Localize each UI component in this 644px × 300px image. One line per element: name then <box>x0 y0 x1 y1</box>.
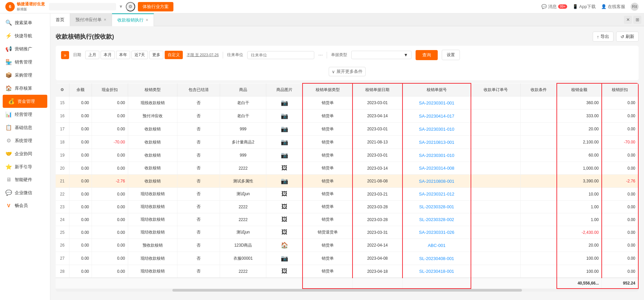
th-cash-discount: 现金折扣 <box>92 83 128 96</box>
money-icon: 💰 <box>8 98 15 104</box>
tab-close-button[interactable]: ✕ <box>624 16 632 24</box>
sidebar-item-guide[interactable]: ⭐ 新手引导 <box>0 160 50 173</box>
sidebar-item-sales[interactable]: 🏪 销售管理 <box>0 55 50 69</box>
filter-expand-arrow[interactable]: » <box>61 51 69 59</box>
tab-receipt[interactable]: 收款核销执行 ✕ <box>112 13 154 26</box>
cell-receipt-cond <box>521 265 557 278</box>
sidebar-item-quick-nav[interactable]: ⚡ 快捷导航 <box>0 29 50 42</box>
bill-no-link[interactable]: SL-20230328-002 <box>419 217 454 222</box>
scrollbar-thumb <box>172 289 522 292</box>
cell-receipt-order <box>471 265 521 278</box>
sidebar-label: 销售管理 <box>15 59 32 65</box>
partner-dots[interactable]: ··· <box>318 52 323 58</box>
sidebar-item-business[interactable]: 📊 经营管理 <box>0 108 50 121</box>
bill-type-select[interactable]: ▼ <box>351 51 412 59</box>
sidebar-item-inventory[interactable]: 🏠 库存核算 <box>0 82 50 95</box>
tab-receipt-close[interactable]: ✕ <box>146 18 148 22</box>
trial-button[interactable]: 体验行业方案 <box>138 2 173 11</box>
tab-prepay[interactable]: 预付冲应付单 ✕ <box>70 13 112 26</box>
breadcrumb-input[interactable] <box>49 3 116 10</box>
cell-receipt-order <box>471 239 521 252</box>
bill-no-link[interactable]: SA-20230301-010 <box>419 127 454 132</box>
cell-bill-type: 销货单 <box>303 252 353 265</box>
bill-no-link[interactable]: SA-20230314-008 <box>419 166 454 171</box>
sidebar-item-hardware[interactable]: 🖥 智能硬件 <box>0 173 50 186</box>
cell-cash-discount: 0.00 <box>92 110 128 123</box>
cell-bill-no: SA-20230414-017 <box>402 110 471 123</box>
messages-button[interactable]: 💬 消息 99+ <box>541 4 567 10</box>
cell-write-off-discount: 0.00 <box>602 162 638 175</box>
cell-receipt-order <box>471 175 521 188</box>
query-button[interactable]: 查询 <box>416 50 438 60</box>
table-row: 21 0.00 -2.76 收款核销 否 测试多属性 📷 销货单 2021-08… <box>56 175 638 188</box>
date-btn-7days[interactable]: 近7天 <box>131 51 148 59</box>
sidebar-item-corp[interactable]: 🤝 企业协同 <box>0 147 50 160</box>
refresh-button[interactable]: ↺ 刷新 <box>616 32 639 42</box>
table-row: 27 0.00 0.00 现结收款核销 否 衣服00001 📷 销货单 2023… <box>56 252 638 265</box>
partner-input[interactable] <box>247 51 314 59</box>
cell-bill-no: ABC-001 <box>402 239 471 252</box>
table-row: 23 0.00 0.00 现结收款核销 否 2222 🖼 销货单 2023-03… <box>56 201 638 213</box>
sidebar-item-system[interactable]: ⚙ 系统管理 <box>0 134 50 147</box>
footer-write-off-discount: 952.24 <box>602 278 638 289</box>
member-icon: V <box>5 203 12 208</box>
sidebar-label: 搜索菜单 <box>15 20 32 26</box>
horizontal-scrollbar[interactable] <box>56 289 639 292</box>
bill-no-link[interactable]: SL-20230328-001 <box>419 204 454 209</box>
bill-no-link[interactable]: SL-20230418-001 <box>419 269 454 274</box>
sidebar-item-member[interactable]: V 畅会员 <box>0 199 50 212</box>
page-content: 收款核销执行(按收款) ↑ 导出 ↺ 刷新 » <box>50 26 644 300</box>
tab-maximize-button[interactable]: ⊞ <box>633 16 641 24</box>
sidebar-item-wechat[interactable]: 💬 企业微信 <box>0 186 50 199</box>
cell-bill-date: 2023-03-01 <box>353 123 402 136</box>
chevron-down-icon[interactable]: ▼ <box>119 4 123 9</box>
cell-bill-type: 销货单 <box>303 265 353 278</box>
sidebar-item-search-menu[interactable]: 🔍 搜索菜单 <box>0 16 50 29</box>
date-btn-this-year[interactable]: 本年 <box>116 51 130 59</box>
bill-no-link[interactable]: SA-20230301-010 <box>419 153 454 158</box>
cell-write-off-amount: 20.00 <box>557 123 602 136</box>
cell-goods: 测试jun <box>220 226 266 239</box>
date-btn-this-month[interactable]: 本月 <box>101 51 115 59</box>
top-settings-button[interactable]: ⚙ <box>126 2 135 11</box>
th-settings[interactable]: ⚙ <box>56 83 69 96</box>
sidebar-item-purchase[interactable]: 📦 采购管理 <box>0 69 50 82</box>
table-footer-row: 40,556,66... 952.24 <box>56 278 638 289</box>
app-download-button[interactable]: 📱 App下载 <box>573 4 596 10</box>
cell-bill-date: 2022-04-14 <box>353 239 402 252</box>
tab-home[interactable]: 首页 <box>50 13 70 26</box>
user-avatar[interactable]: Rit <box>631 3 639 11</box>
bill-no-link[interactable]: ABC-001 <box>428 243 445 248</box>
cell-bill-no: SA-20210813-001 <box>402 136 471 149</box>
cell-receipt-cond <box>521 239 557 252</box>
bill-no-link[interactable]: SA-20230331-026 <box>419 230 454 235</box>
cell-bill-type: 销货单 <box>303 201 353 213</box>
cell-write-off-type: 现结收款核销 <box>128 252 177 265</box>
export-button[interactable]: ↑ 导出 <box>593 32 614 42</box>
date-btn-custom[interactable]: 自定义 <box>165 51 183 59</box>
date-btn-more[interactable]: 更多 <box>149 51 163 59</box>
bill-no-link[interactable]: SA-20230414-017 <box>419 114 454 119</box>
sidebar-item-basic[interactable]: 📋 基础信息 <box>0 121 50 134</box>
sidebar-item-finance[interactable]: 💰 资金管理 <box>3 95 47 108</box>
date-btn-last-month[interactable]: 上月 <box>85 51 99 59</box>
online-service-button[interactable]: 👤 在线客服 <box>601 4 625 10</box>
cell-balance: 0.00 <box>69 213 92 226</box>
cell-no: 21 <box>56 175 69 188</box>
th-write-off-type: 核销类型 <box>128 83 177 96</box>
bill-no-link[interactable]: SL-20230408-001 <box>419 256 454 261</box>
bill-no-link[interactable]: SA-20230301-001 <box>419 100 454 105</box>
bill-no-link[interactable]: SA-20230321-012 <box>419 191 454 197</box>
settings-button[interactable]: 设置 <box>442 50 460 60</box>
cell-cash-discount: 0.00 <box>92 201 128 213</box>
cell-bill-type: 销货退货单 <box>303 226 353 239</box>
sidebar-item-marketing[interactable]: 📢 营销推广 <box>0 42 50 55</box>
cell-cash-discount: 0.00 <box>92 123 128 136</box>
cell-receipt-order <box>471 136 521 149</box>
tab-prepay-close[interactable]: ✕ <box>104 18 106 22</box>
expand-conditions-button[interactable]: ∨ 展开更多条件 <box>329 67 366 76</box>
bill-no-link[interactable]: SA-20210808-001 <box>419 179 454 184</box>
cell-no: 16 <box>56 110 69 123</box>
bill-no-link[interactable]: SA-20210813-001 <box>419 140 454 145</box>
cell-bill-type: 销货单 <box>303 188 353 201</box>
